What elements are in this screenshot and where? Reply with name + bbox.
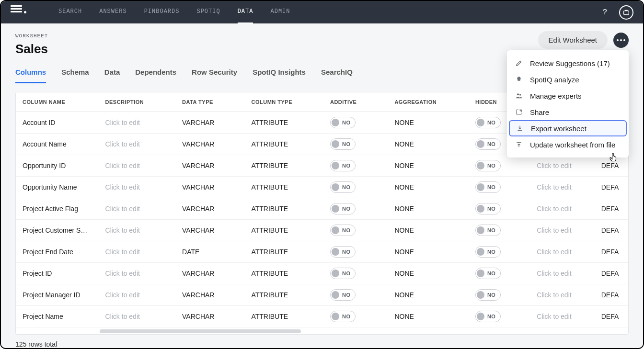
cell-column-type[interactable]: ATTRIBUTE	[244, 134, 323, 155]
cell-aggregation[interactable]: NONE	[388, 241, 469, 263]
cell-aggregation[interactable]: NONE	[388, 284, 469, 306]
cell-description[interactable]: Click to edit	[99, 155, 176, 177]
cell-aggregation[interactable]: NONE	[388, 177, 469, 198]
tab-searchiq[interactable]: SearchIQ	[321, 65, 353, 83]
cell-data-type[interactable]: VARCHAR	[175, 263, 244, 284]
cell-column-name[interactable]: Project Active Flag	[16, 198, 99, 220]
cell-column-name[interactable]: Project Customer S…	[16, 220, 99, 241]
cell-aggregation[interactable]: NONE	[388, 134, 469, 155]
nav-item-answers[interactable]: ANSWERS	[99, 0, 126, 24]
cell-column-name[interactable]: Project End Date	[16, 241, 99, 263]
toggle-off[interactable]: NO	[330, 246, 356, 258]
cell-description[interactable]: Click to edit	[99, 177, 176, 198]
cell-data-type[interactable]: VARCHAR	[175, 134, 244, 155]
cell-column-type[interactable]: ATTRIBUTE	[244, 263, 323, 284]
toggle-off[interactable]: NO	[475, 225, 501, 236]
toggle-off[interactable]: NO	[475, 289, 501, 301]
cell-column-type[interactable]: ATTRIBUTE	[244, 284, 323, 306]
tab-spotiq-insights[interactable]: SpotIQ Insights	[253, 65, 306, 83]
cell-data-type[interactable]: VARCHAR	[175, 284, 244, 306]
cell-description[interactable]: Click to edit	[99, 284, 176, 306]
toggle-off[interactable]: NO	[475, 138, 501, 150]
cell-column-type[interactable]: ATTRIBUTE	[244, 177, 323, 198]
cell-synonyms[interactable]: Click to edit	[530, 284, 594, 306]
cell-data-type[interactable]: DATE	[175, 241, 244, 263]
toggle-off[interactable]: NO	[330, 268, 356, 279]
cell-column-name[interactable]: Opportunity Name	[16, 177, 99, 198]
cell-synonyms[interactable]: Click to edit	[530, 263, 594, 284]
toggle-off[interactable]: NO	[330, 138, 356, 150]
tab-schema[interactable]: Schema	[61, 65, 89, 83]
cell-synonyms[interactable]: Click to edit	[530, 155, 594, 177]
cell-extra[interactable]: DEFA	[595, 241, 628, 263]
toggle-off[interactable]: NO	[330, 117, 356, 128]
toggle-off[interactable]: NO	[330, 160, 356, 171]
tab-columns[interactable]: Columns	[15, 65, 46, 83]
toggle-off[interactable]: NO	[330, 311, 356, 322]
cell-description[interactable]: Click to edit	[99, 198, 176, 220]
tab-data[interactable]: Data	[104, 65, 120, 83]
cell-description[interactable]: Click to edit	[99, 134, 176, 155]
column-header[interactable]: COLUMN NAME	[16, 92, 99, 112]
cell-data-type[interactable]: VARCHAR	[175, 155, 244, 177]
cell-column-type[interactable]: ATTRIBUTE	[244, 241, 323, 263]
toggle-off[interactable]: NO	[475, 117, 501, 128]
cell-description[interactable]: Click to edit	[99, 220, 176, 241]
edit-worksheet-button[interactable]: Edit Worksheet	[538, 31, 608, 49]
cell-column-name[interactable]: Project ID	[16, 263, 99, 284]
cell-column-type[interactable]: ATTRIBUTE	[244, 306, 323, 327]
cell-data-type[interactable]: VARCHAR	[175, 177, 244, 198]
cell-aggregation[interactable]: NONE	[388, 198, 469, 220]
horizontal-scrollbar[interactable]	[16, 329, 628, 334]
cell-aggregation[interactable]: NONE	[388, 220, 469, 241]
menu-item-export-worksheet[interactable]: Export worksheet	[509, 120, 627, 136]
cell-column-type[interactable]: ATTRIBUTE	[244, 112, 323, 134]
column-header[interactable]: AGGREGATION	[388, 92, 469, 112]
nav-item-spotiq[interactable]: SPOTIQ	[196, 0, 220, 24]
cell-extra[interactable]: DEFA	[595, 284, 628, 306]
menu-item-share[interactable]: Share	[507, 104, 629, 120]
cell-aggregation[interactable]: NONE	[388, 112, 469, 134]
toggle-off[interactable]: NO	[475, 160, 501, 171]
cell-extra[interactable]: DEFA	[595, 155, 628, 177]
tab-row-security[interactable]: Row Security	[192, 65, 237, 83]
cell-column-name[interactable]: Account Name	[16, 134, 99, 155]
cell-description[interactable]: Click to edit	[99, 112, 176, 134]
cell-description[interactable]: Click to edit	[99, 306, 176, 327]
column-header[interactable]: COLUMN TYPE	[244, 92, 323, 112]
toggle-off[interactable]: NO	[330, 225, 356, 236]
cell-column-type[interactable]: ATTRIBUTE	[244, 220, 323, 241]
toggle-off[interactable]: NO	[475, 181, 501, 193]
column-header[interactable]: DESCRIPTION	[99, 92, 176, 112]
cell-synonyms[interactable]: Click to edit	[530, 177, 594, 198]
cell-column-name[interactable]: Project Name	[16, 306, 99, 327]
cell-column-name[interactable]: Account ID	[16, 112, 99, 134]
nav-item-pinboards[interactable]: PINBOARDS	[144, 0, 180, 24]
toggle-off[interactable]: NO	[475, 246, 501, 258]
cell-synonyms[interactable]: Click to edit	[530, 306, 594, 327]
toggle-off[interactable]: NO	[475, 203, 501, 214]
cell-synonyms[interactable]: Click to edit	[530, 241, 594, 263]
menu-item-manage-experts[interactable]: Manage experts	[507, 88, 629, 104]
cell-extra[interactable]: DEFA	[595, 198, 628, 220]
cell-extra[interactable]: DEFA	[595, 306, 628, 327]
cell-synonyms[interactable]: Click to edit	[530, 198, 594, 220]
avatar[interactable]	[619, 5, 633, 20]
cell-data-type[interactable]: VARCHAR	[175, 198, 244, 220]
toggle-off[interactable]: NO	[475, 311, 501, 322]
column-header[interactable]: ADDITIVE	[323, 92, 388, 112]
cell-synonyms[interactable]: Click to edit	[530, 220, 594, 241]
menu-item-spotiq-analyze[interactable]: SpotIQ analyze	[507, 71, 629, 88]
cell-aggregation[interactable]: NONE	[388, 263, 469, 284]
help-icon[interactable]: ?	[600, 7, 610, 18]
nav-item-admin[interactable]: ADMIN	[270, 0, 290, 24]
toggle-off[interactable]: NO	[330, 181, 356, 193]
nav-item-data[interactable]: DATA	[238, 0, 253, 24]
cell-data-type[interactable]: VARCHAR	[175, 306, 244, 327]
cell-description[interactable]: Click to edit	[99, 241, 176, 263]
menu-item-review-suggestions-17[interactable]: Review Suggestions (17)	[507, 55, 629, 71]
toggle-off[interactable]: NO	[330, 289, 356, 301]
cell-aggregation[interactable]: NONE	[388, 306, 469, 327]
cell-column-type[interactable]: ATTRIBUTE	[244, 155, 323, 177]
cell-extra[interactable]: DEFA	[595, 177, 628, 198]
